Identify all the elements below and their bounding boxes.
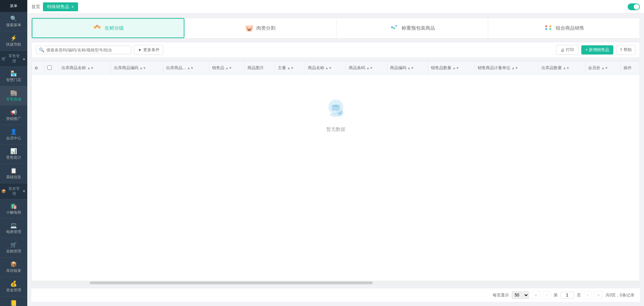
toggle-button[interactable] xyxy=(628,3,640,10)
empty-text: 暂无数据 xyxy=(326,126,345,133)
sidebar-item-smart-store[interactable]: 🏪 智慧门店 xyxy=(0,67,27,86)
filter-label: 更多条件 xyxy=(143,47,160,53)
first-page-button[interactable]: « xyxy=(532,291,540,299)
sidebar-section-label: 零售管理 xyxy=(8,53,21,64)
per-page-select[interactable]: 50 10 20 100 xyxy=(512,291,529,299)
col-sales-product-label: 销售品 xyxy=(212,65,224,71)
sidebar-item-label: 采购管理 xyxy=(6,249,21,254)
col-out-product-name-label: 出库商品名称 xyxy=(61,65,86,71)
col-product-code[interactable]: 商品编码 ▲▼ xyxy=(387,62,428,75)
col-product-name-label: 商品名称 xyxy=(308,65,324,71)
mini-ecom-icon: 🛍️ xyxy=(10,203,17,209)
sort-arrows: ▲▼ xyxy=(601,67,608,70)
horizontal-scrollbar[interactable] xyxy=(32,281,640,284)
sidebar-item-mini-ecom[interactable]: 🛍️ 小畅电商 xyxy=(0,199,27,219)
sort-arrows: ▲▼ xyxy=(87,67,94,70)
sidebar-item-basic-info[interactable]: 📋 基础信息 xyxy=(0,164,27,183)
sidebar-item-retail-stats[interactable]: 📊 零售统计 xyxy=(0,144,27,164)
capital-icon: 💰 xyxy=(10,280,17,287)
sidebar-item-search-menu[interactable]: 🔍 搜索菜单 xyxy=(0,12,27,31)
filter-button[interactable]: ▼ 更多条件 xyxy=(134,45,163,55)
fresh-grade-icon xyxy=(92,24,102,33)
col-checkbox[interactable] xyxy=(45,62,59,75)
table-header-row: ⚙ 出库商品名称 ▲▼ 出库商品编码 xyxy=(32,62,640,75)
search-input[interactable] xyxy=(46,48,128,52)
select-all-checkbox[interactable] xyxy=(47,65,52,70)
chevron-down-icon: ▼ xyxy=(22,189,26,193)
col-settings[interactable]: ⚙ xyxy=(32,62,45,75)
category-tabs: 生鲜分级 🐷 肉类分割 称重预包装商品 xyxy=(31,18,640,39)
tab-combo-sales[interactable]: 组合商品销售 xyxy=(488,18,640,38)
sidebar-item-label: 零售统计 xyxy=(6,155,21,160)
sidebar-section-retail[interactable]: 🛒 零售管理 ▲ xyxy=(0,51,27,67)
combo-sales-label: 组合商品销售 xyxy=(556,25,584,31)
toolbar-right: 🖨 打印 + 新增销售品 ? 帮助 xyxy=(556,45,635,55)
close-tab-button[interactable]: × xyxy=(71,4,74,10)
svg-point-3 xyxy=(391,26,393,28)
col-out-qty[interactable]: 出库品数量 ▲▼ xyxy=(538,62,585,75)
sidebar-item-purchase[interactable]: 🛒 采购管理 xyxy=(0,238,27,258)
sidebar-item-member-center[interactable]: 👤 会员中心 xyxy=(0,125,27,144)
sidebar-item-quick-nav[interactable]: ⚡ 快捷导航 xyxy=(0,31,27,51)
sidebar-logo: 菜单 xyxy=(0,0,27,12)
col-out-product-name[interactable]: 出库商品名称 ▲▼ xyxy=(59,62,111,75)
page-input[interactable] xyxy=(560,292,574,299)
tab-weigh-pack[interactable]: 称重预包装商品 xyxy=(336,18,488,38)
sidebar-section-label: 批发管理 xyxy=(8,186,21,196)
print-icon: 🖨 xyxy=(560,48,565,52)
tab-meat-cut[interactable]: 🐷 肉类分割 xyxy=(184,18,336,38)
col-product-name[interactable]: 商品名称 ▲▼ xyxy=(305,62,346,75)
add-sales-product-button[interactable]: + 新增销售品 xyxy=(581,45,613,55)
next-page-button[interactable]: › xyxy=(584,291,592,299)
col-out-product-code[interactable]: 出库商品编码 ▲▼ xyxy=(111,62,163,75)
sort-arrows: ▲▼ xyxy=(366,67,373,70)
svg-point-6 xyxy=(545,25,547,27)
scrollbar-thumb[interactable] xyxy=(90,281,373,284)
col-sales-unit-label: 销售商品计量单位 xyxy=(478,65,510,71)
sidebar-item-sales-promo[interactable]: 📢 营销推广 xyxy=(0,106,27,125)
sales-promo-icon: 📢 xyxy=(10,109,17,116)
combo-sales-icon xyxy=(543,24,553,33)
sidebar-item-capital[interactable]: 💰 资金管理 xyxy=(0,277,27,296)
sort-arrows: ▲▼ xyxy=(139,67,146,70)
retail-stats-icon: 📊 xyxy=(10,148,17,154)
retail-mgmt-icon: 🛒 xyxy=(1,57,6,61)
home-link[interactable]: 首页 xyxy=(31,4,40,10)
col-product-code-label: 商品编码 xyxy=(390,65,406,71)
sidebar-item-label: 快捷导航 xyxy=(6,42,21,47)
col-main-weight-label: 主量 xyxy=(278,65,286,71)
col-out-product-x[interactable]: 出库商品... ▲▼ xyxy=(163,62,209,75)
col-sales-unit[interactable]: 销售商品计量单位 ▲▼ xyxy=(475,62,538,75)
sidebar-item-retail-mall[interactable]: 🏬 零售商城 xyxy=(0,86,27,106)
last-page-button[interactable]: » xyxy=(595,291,603,299)
retail-mall-icon: 🏬 xyxy=(10,90,17,96)
prev-page-icon: ‹ xyxy=(546,293,548,297)
col-sales-qty-label: 销售品数量 xyxy=(431,65,451,71)
search-box[interactable]: 🔍 xyxy=(36,46,131,54)
general-ledger-icon: 📒 xyxy=(10,300,17,306)
help-button[interactable]: ? 帮助 xyxy=(616,45,635,55)
sidebar-item-inventory[interactable]: 📦 库存核算 xyxy=(0,258,27,277)
sidebar-item-general-ledger[interactable]: 📒 总账管理 xyxy=(0,296,27,306)
col-sales-qty[interactable]: 销售品数量 ▲▼ xyxy=(428,62,475,75)
print-button[interactable]: 🖨 打印 xyxy=(556,45,579,55)
col-product-barcode[interactable]: 商品条码 ▲▼ xyxy=(346,62,387,75)
help-icon: ? xyxy=(620,48,622,52)
col-main-weight[interactable]: 主量 ▲▼ xyxy=(275,62,305,75)
page-content: 生鲜分级 🐷 肉类分割 称重预包装商品 xyxy=(27,14,644,306)
sort-arrows: ▲▼ xyxy=(407,67,414,70)
col-member-price[interactable]: 会员价 ▲▼ xyxy=(585,62,620,75)
col-sales-product[interactable]: 销售品 ▲▼ xyxy=(209,62,244,75)
tab-fresh-grade[interactable]: 生鲜分级 xyxy=(32,18,184,38)
sidebar: 菜单 🔍 搜索菜单 ⚡ 快捷导航 🛒 零售管理 ▲ 🏪 智慧门店 🏬 零售商城 … xyxy=(0,0,27,306)
total-label: 共0页，0条记录 xyxy=(605,292,634,298)
col-actions-label: 操作 xyxy=(624,65,632,70)
inventory-icon: 📦 xyxy=(10,261,17,267)
print-label: 打印 xyxy=(566,47,574,53)
empty-state: 暂无数据 xyxy=(32,75,640,153)
svg-point-0 xyxy=(94,26,96,29)
sidebar-item-ecom-mgmt[interactable]: 💻 电商管理 xyxy=(0,219,27,238)
sidebar-section-wholesale[interactable]: 📦 批发管理 ▼ xyxy=(0,183,27,199)
prev-page-button[interactable]: ‹ xyxy=(543,291,551,299)
meat-cut-label: 肉类分割 xyxy=(256,25,275,31)
